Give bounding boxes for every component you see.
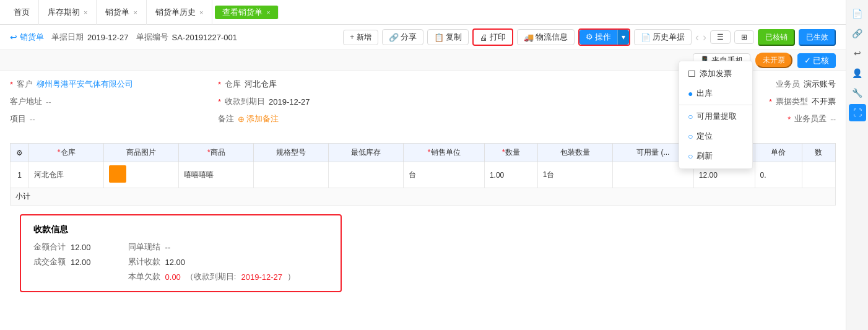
ticket-type-label: 票据类型 bbox=[776, 96, 808, 107]
col-pack-qty: 包装数量 bbox=[537, 144, 612, 162]
address-field: 客户地址 -- bbox=[10, 96, 208, 107]
sidebar-gear-icon[interactable]: 🔧 bbox=[849, 84, 866, 102]
print-button[interactable]: 🖨 打印 bbox=[472, 28, 513, 46]
customer-field: * 客户 柳州粤港平安气体有限公司 bbox=[10, 79, 208, 90]
tab-home-label: 首页 bbox=[14, 7, 30, 18]
sidebar-doc-icon[interactable]: 📄 bbox=[849, 5, 866, 22]
cumulative-value: 12.00 bbox=[165, 258, 186, 267]
sidebar-user-icon[interactable]: 👤 bbox=[849, 64, 866, 82]
row-sales-unit: 台 bbox=[404, 162, 485, 188]
grid-view-button[interactable]: ☰ bbox=[710, 30, 731, 44]
operation-main-button[interactable]: ⚙ 操作 bbox=[579, 30, 617, 45]
due-date-field: * 收款到期日 2019-12-27 bbox=[218, 96, 342, 107]
cumulative-label: 累计收款 bbox=[128, 256, 160, 267]
number-value: SA-20191227-001 bbox=[172, 33, 238, 42]
logistics-button[interactable]: 🚚 物流信息 bbox=[517, 29, 575, 45]
dropdown-outbound[interactable]: ● 出库 bbox=[679, 84, 752, 103]
total-value: 12.00 bbox=[71, 243, 91, 252]
operation-icon: ⚙ bbox=[586, 32, 593, 41]
row-unit-price: 0. bbox=[755, 162, 802, 188]
share-button[interactable]: 🔗 分享 bbox=[382, 29, 423, 45]
info-rows: 金额合计 12.00 成交金额 12.00 同单现结 -- bbox=[33, 241, 328, 282]
bottom-area: 收款信息 金额合计 12.00 成交金额 12.00 bbox=[0, 206, 846, 303]
nav-prev-icon[interactable]: ‹ bbox=[695, 31, 699, 44]
ticket-type-value: 不开票 bbox=[812, 96, 836, 107]
share-icon: 🔗 bbox=[389, 33, 399, 42]
logistics-label: 物流信息 bbox=[536, 32, 568, 43]
available-qty-icon: ○ bbox=[688, 111, 693, 121]
row-amount bbox=[802, 162, 835, 188]
dropdown-refresh[interactable]: ○ 刷新 bbox=[679, 146, 752, 166]
due-close: ） bbox=[287, 271, 295, 282]
col-quantity: *数量 bbox=[484, 144, 537, 162]
tab-view-sales[interactable]: 查看销货单 × bbox=[215, 6, 278, 19]
due-hint: （收款到期日: bbox=[186, 271, 237, 282]
truck-icon: 🚚 bbox=[524, 33, 534, 42]
same-order-row: 同单现结 -- bbox=[128, 241, 295, 253]
tab-inventory-init[interactable]: 库存期初 × bbox=[39, 0, 97, 25]
warehouse-field: * 仓库 河北仓库 bbox=[218, 79, 342, 90]
dropdown-locate[interactable]: ○ 定位 bbox=[679, 126, 752, 146]
number-label: 单据编号 bbox=[136, 32, 168, 43]
copy-label: 复制 bbox=[446, 32, 462, 43]
tab-sales-history[interactable]: 销货单历史 × bbox=[147, 0, 212, 25]
doc-type-badge: ↩ 销货单 bbox=[10, 32, 44, 43]
customer-value[interactable]: 柳州粤港平安气体有限公司 bbox=[37, 79, 133, 90]
not-opened-button[interactable]: 未开票 bbox=[755, 53, 792, 68]
toolbar-actions: + 新增 🔗 分享 📋 复制 🖨 打印 🚚 物流信息 bbox=[343, 28, 836, 46]
check-button[interactable]: ✓ 已核 bbox=[797, 53, 836, 68]
row-pack-qty: 1台 bbox=[537, 162, 612, 188]
sidebar-expand-icon[interactable]: ⛶ bbox=[849, 104, 866, 121]
list-view-button[interactable]: ⊞ bbox=[734, 30, 754, 44]
sidebar-return-icon[interactable]: ↩ bbox=[849, 45, 866, 62]
history-icon: 📄 bbox=[641, 33, 651, 42]
effective-status-button[interactable]: 已生效 bbox=[799, 29, 836, 46]
salesperson-label: 业务员孟 bbox=[794, 113, 827, 124]
add-note-button[interactable]: ⊕ 添加备注 bbox=[238, 113, 279, 124]
col-product: *商品 bbox=[179, 144, 254, 162]
col-unit-price: 单价 bbox=[755, 144, 802, 162]
tab-sales-close[interactable]: × bbox=[133, 9, 137, 16]
row-product-img bbox=[104, 162, 179, 188]
operation-label: 操作 bbox=[595, 32, 611, 41]
transaction-value: 12.00 bbox=[71, 258, 91, 267]
payment-info-title: 收款信息 bbox=[33, 224, 328, 235]
history-label: 历史单据 bbox=[653, 32, 685, 43]
add-invoice-icon: ☐ bbox=[688, 69, 696, 79]
tab-home[interactable]: 首页 bbox=[5, 0, 39, 25]
row-warehouse: 河北仓库 bbox=[29, 162, 104, 188]
warehouse-label: 仓库 bbox=[225, 79, 241, 90]
dropdown-available-qty[interactable]: ○ 可用量提取 bbox=[679, 106, 752, 126]
refresh-icon: ○ bbox=[688, 151, 693, 161]
due-date-value: 2019-12-27 bbox=[269, 97, 310, 106]
date-label: 单据日期 bbox=[51, 32, 84, 43]
customer-label: 客户 bbox=[17, 79, 33, 90]
col-product-img: 商品图片 bbox=[104, 144, 179, 162]
doc-info: ↩ 销货单 单据日期 2019-12-27 单据编号 SA-20191227-0… bbox=[10, 32, 338, 43]
right-sidebar: 📄 🔗 ↩ 👤 🔧 ⛶ bbox=[846, 0, 868, 330]
date-value: 2019-12-27 bbox=[87, 33, 129, 42]
col-sales-unit: *销售单位 bbox=[404, 144, 485, 162]
total-row: 金额合计 12.00 bbox=[33, 241, 91, 253]
operation-highlight-border: ⚙ 操作 ▾ bbox=[578, 28, 630, 46]
tab-bar: 首页 库存期初 × 销货单 × 销货单历史 × 查看销货单 × × bbox=[0, 0, 868, 25]
sidebar-link-icon[interactable]: 🔗 bbox=[849, 25, 866, 42]
add-invoice-label: 添加发票 bbox=[700, 68, 732, 79]
same-order-label: 同单现结 bbox=[128, 241, 160, 253]
transaction-row: 成交金额 12.00 bbox=[33, 256, 91, 267]
tab-sales-order[interactable]: 销货单 × bbox=[97, 0, 146, 25]
canceled-status-button[interactable]: 已核销 bbox=[758, 29, 795, 46]
doc-number-field: 单据编号 SA-20191227-001 bbox=[136, 32, 238, 43]
this-order-label: 本单欠款 bbox=[128, 271, 160, 282]
new-button[interactable]: + 新增 bbox=[343, 30, 378, 45]
tab-history-close[interactable]: × bbox=[199, 9, 203, 16]
col-settings: ⚙ bbox=[11, 144, 29, 162]
dropdown-add-invoice[interactable]: ☐ 添加发票 bbox=[679, 64, 752, 84]
operation-arrow-button[interactable]: ▾ bbox=[617, 30, 629, 45]
history-button[interactable]: 📄 历史单据 bbox=[634, 29, 692, 45]
tab-view-close[interactable]: × bbox=[266, 9, 270, 16]
copy-button[interactable]: 📋 复制 bbox=[427, 29, 469, 45]
tab-inventory-close[interactable]: × bbox=[84, 9, 87, 16]
salesperson-value: -- bbox=[830, 115, 836, 124]
nav-next-icon[interactable]: › bbox=[703, 31, 706, 44]
